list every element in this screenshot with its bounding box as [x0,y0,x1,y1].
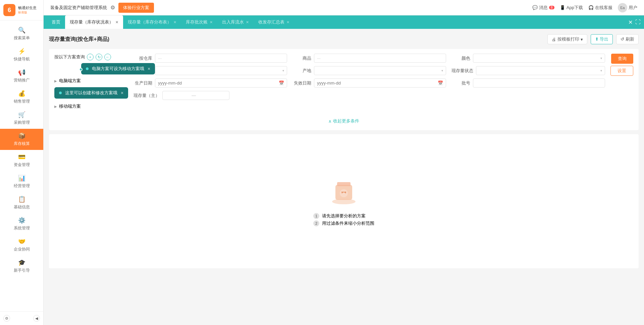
expire-date-input[interactable] [317,80,438,86]
tooltip-dot [86,67,89,70]
sidebar-item-basic[interactable]: 📋 基础信息 [0,192,43,213]
goods-control[interactable]: ··· [314,54,446,63]
tab-collect-total-label: 收发存汇总表 [258,19,284,25]
sidebar-item-guide[interactable]: ⚡ 快捷导航 [0,44,43,65]
add-scheme-btn[interactable]: + [87,54,94,60]
sidebar-item-search-label: 搜索菜单 [14,35,30,41]
batch-no-control[interactable] [473,78,605,88]
sidebar-item-search[interactable]: 🔍 搜索菜单 [0,23,43,44]
tab-inventory-status[interactable]: 现存量（库存状况表） ✕ [65,15,123,29]
page-header: 现存量查询(按仓库+商品) 🖨 按模板打印 ▾ ⬆ 导出 ↺ 刷新 [49,34,639,44]
header-settings-btn[interactable]: ⚙ [110,4,115,11]
expire-date-label: 失效日期 [292,80,311,86]
prev-scheme-btn[interactable]: ← [104,54,111,60]
tab-actions: ✕ ⛶ [628,19,641,25]
warehouse-dots[interactable]: ··· [158,56,162,61]
collapse-sidebar-btn[interactable]: ◀ [33,315,40,322]
expire-date-calendar-icon[interactable]: 📅 [438,80,443,86]
desktop-scheme-item[interactable]: ▶ 电脑端方案 [54,76,128,85]
app-download-action[interactable]: 📱 App下载 [560,5,583,11]
data-area: 1 请先选择要分析的方案 2 用过滤条件来缩小分析范围 [49,134,639,268]
sidebar-item-purchase[interactable]: 🛒 采购管理 [0,108,43,129]
batch-no-input[interactable] [476,80,602,86]
template-print-btn[interactable]: 🖨 按模板打印 ▾ [547,34,587,44]
sidebar-item-enterprise[interactable]: 🤝 企业协同 [0,234,43,256]
tab-expand-btn[interactable]: ⛶ [635,19,641,25]
collapse-filter-btn[interactable]: ∧ 收起更多条件 [54,117,633,125]
warehouse-control[interactable]: ··· [155,54,287,63]
color-label: 颜色 [451,55,470,61]
export-btn[interactable]: ⬆ 导出 [591,34,613,44]
size-input[interactable] [158,68,281,73]
goods-dots[interactable]: ··· [317,56,321,61]
tab-collect-total[interactable]: 收发存汇总表 ✕ [254,15,294,29]
produce-date-input[interactable] [158,80,279,86]
notification-action[interactable]: 💬 消息 8 [532,5,554,11]
scheme-list: ▶ 电脑端方案 这里可以创建和修改方案哦 × ▶ [54,75,128,112]
warehouse-input[interactable] [163,56,284,61]
filter-row3: 生产日期 📅 失效日期 📅 [133,78,605,88]
tab-inventory-dist[interactable]: 现存量（库存分布表） ✕ [123,15,181,29]
edit-scheme-tooltip: 这里可以创建和修改方案哦 × [54,87,128,99]
stock-qty-min-input[interactable] [165,93,189,98]
sidebar-item-system[interactable]: ⚙️ 系统管理 [0,213,43,234]
empty-tip-1: 1 请先选择要分析的方案 [313,213,374,219]
sidebar-item-newbie[interactable]: 🎓 新手引导 [0,256,43,277]
stock-status-control[interactable]: ▾ [476,66,605,75]
tab-batch-account-close[interactable]: ✕ [210,20,213,24]
reset-btn[interactable]: 设置 [610,66,633,76]
empty-tip-1-label: 请先选择要分析的方案 [322,213,366,219]
desktop-scheme-label: 电脑端方案 [59,78,81,84]
filter-by-label: 按以下方案查询 [54,54,85,60]
stock-qty-max-input[interactable] [199,93,222,98]
tooltip2-close[interactable]: × [121,90,123,96]
color-input[interactable] [476,56,599,61]
tab-in-out-flow-close[interactable]: ✕ [246,20,249,24]
tab-close-all-btn[interactable]: ✕ [628,19,633,25]
stock-qty-range[interactable]: — [162,91,229,100]
collapse-filter-label: 收起更多条件 [333,118,359,124]
color-control[interactable]: ▾ [473,54,605,63]
sidebar-item-basic-label: 基础信息 [14,204,30,210]
refresh-scheme-btn[interactable]: ↻ [96,54,102,60]
settings-bottom-btn[interactable]: ⚙ [3,315,10,322]
refresh-btn[interactable]: ↺ 刷新 [616,34,639,44]
sidebar-item-marketing-label: 营销推广 [14,77,30,83]
size-control[interactable]: ▾ [155,66,287,75]
sidebar-item-sales[interactable]: 💰 销售管理 [0,87,43,108]
tab-batch-account[interactable]: 库存批次账 ✕ [181,15,217,29]
template-print-label: 按模板打印 [557,36,579,42]
tab-inventory-status-close[interactable]: ✕ [115,20,118,24]
tab-home[interactable]: 首页 [47,15,65,29]
tab-batch-account-label: 库存批次账 [186,19,208,25]
tab-bar: 首页 现存量（库存状况表） ✕ 现存量（库存分布表） ✕ 库存批次账 ✕ 出入库… [44,15,644,29]
sidebar-item-marketing[interactable]: 📢 营销推广 [0,65,43,87]
search-btn[interactable]: 查询 [611,54,633,64]
tab-inventory-dist-close[interactable]: ✕ [173,20,176,24]
sidebar-item-inventory[interactable]: 📦 库存核算 [0,129,43,150]
sidebar: 6 畅通好生意 标准版 🔍 搜索菜单 ⚡ 快捷导航 📢 营销推广 💰 销售管理 … [0,0,44,325]
mobile-scheme-item[interactable]: ▶ 移动端方案 [54,102,128,111]
system-name: 装备及固定资产辅助管理系统 [50,5,107,11]
tooltip1-close[interactable]: × [148,66,150,71]
user-action[interactable]: Ea 用户 [618,3,637,12]
notification-label: 消息 [539,5,548,11]
solution-btn[interactable]: 体验行业方案 [118,3,154,13]
sidebar-item-operations[interactable]: 📊 经营管理 [0,171,43,192]
newbie-nav-icon: 🎓 [18,259,25,266]
produce-date-control[interactable]: 📅 [155,78,287,88]
sidebar-item-enterprise-label: 企业协同 [14,247,30,252]
produce-date-calendar-icon[interactable]: 📅 [279,80,284,86]
online-service-action[interactable]: 🎧 在线客服 [588,5,612,11]
expire-date-control[interactable]: 📅 [314,78,446,88]
origin-input[interactable] [317,68,440,73]
tab-in-out-flow[interactable]: 出入库流水 ✕ [217,15,254,29]
tab-collect-total-close[interactable]: ✕ [286,20,289,24]
stock-status-input[interactable] [479,68,599,73]
sidebar-item-system-label: 系统管理 [14,225,30,231]
finance-nav-icon: 💳 [18,153,25,161]
goods-input[interactable] [322,56,443,61]
sidebar-item-finance[interactable]: 💳 资金管理 [0,150,43,171]
origin-control[interactable]: ▾ [314,66,446,75]
app-download-label: App下载 [567,5,583,11]
